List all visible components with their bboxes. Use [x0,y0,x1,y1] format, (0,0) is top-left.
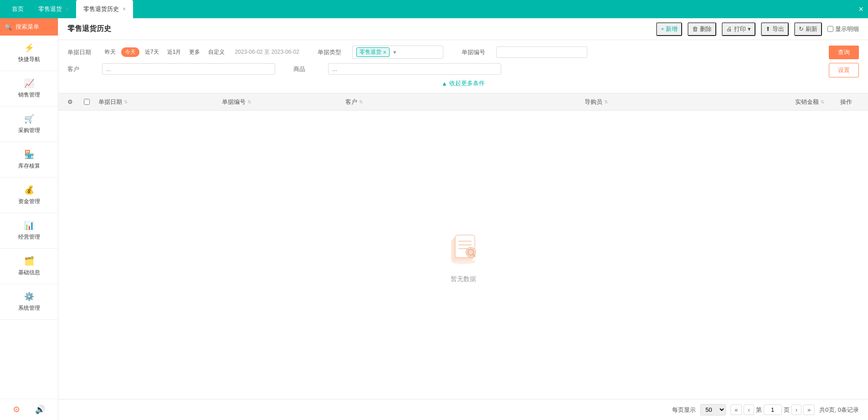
date-btn-yesterday[interactable]: 昨天 [102,47,118,57]
search-icon: 🔍 [5,24,12,31]
volume-icon[interactable]: 🔊 [35,405,45,415]
refresh-label: 刷新 [806,25,817,33]
show-detail-label: 显示明细 [835,25,859,33]
print-label: 打印 [734,25,746,33]
th-guide-sort-icon: ⇅ [604,100,608,104]
date-options: 昨天 今天 近7天 近1月 更多 自定义 [102,47,227,57]
table-body: 暂无数据 [58,111,868,399]
tab-retail-return-history-close[interactable]: × [123,6,126,12]
date-btn-7days[interactable]: 近7天 [142,47,162,57]
export-button[interactable]: ⬆ 导出 [761,22,789,36]
sidebar-bottom: ⚙ 🔊 [0,399,58,420]
settings-icon[interactable]: ⚙ [13,405,20,415]
type-filter-label: 单据类型 [318,48,345,56]
select-all-checkbox[interactable] [84,99,90,105]
th-customer[interactable]: 客户 ⇅ [342,98,581,106]
last-page-button[interactable]: » [803,405,815,415]
print-dropdown-icon: ▾ [748,26,751,32]
print-button[interactable]: 🖨 打印 ▾ [722,22,755,36]
sidebar-item-quick-nav[interactable]: ⚡ 快捷导航 [0,36,58,71]
goods-filter-input[interactable] [328,63,501,75]
first-page-button[interactable]: « [730,405,742,415]
window-close-icon[interactable]: × [858,5,863,14]
sidebar: 🔍 搜索菜单 ⚡ 快捷导航 📈 销售管理 🛒 采购管理 🏪 库存核算 💰 资金管… [0,18,58,420]
tab-retail-return-close[interactable]: × [66,6,69,12]
th-amount[interactable]: 实销金额 ⇅ [704,98,828,106]
next-page-button[interactable]: › [791,405,801,415]
th-date[interactable]: 单据日期 ⇅ [95,98,218,106]
type-tag-remove[interactable]: × [383,49,386,56]
th-date-label: 单据日期 [98,98,122,106]
print-icon: 🖨 [726,26,732,32]
th-checkbox[interactable] [78,99,95,105]
sidebar-item-basic-info[interactable]: 🗂️ 基础信息 [0,249,58,284]
new-button[interactable]: + 新增 [656,22,682,36]
date-btn-more[interactable]: 更多 [186,47,203,57]
collapse-button[interactable]: ▲ 收起更多条件 [442,79,485,87]
th-number-label: 单据编号 [222,98,246,106]
type-dropdown-arrow: ▾ [393,49,396,56]
table-header: ⚙ 单据日期 ⇅ 单据编号 ⇅ 客户 ⇅ 导购员 ⇅ [58,93,868,111]
date-filter-label: 单据日期 [67,48,95,56]
date-btn-today[interactable]: 今天 [121,47,139,57]
system-mgmt-icon: ⚙️ [24,292,34,302]
th-guide[interactable]: 导购员 ⇅ [581,98,704,106]
type-tag-label: 零售退货 [360,48,381,56]
th-amount-sort-icon: ⇅ [821,100,824,104]
page-size-select[interactable]: 20 50 100 [700,404,726,415]
tab-retail-return-history-label: 零售退货历史 [83,5,119,13]
page-label-prefix: 第 [756,406,762,414]
settings-button[interactable]: 设置 [829,63,859,77]
tab-list: 首页 零售退货 × 零售退货历史 × [5,0,858,18]
sidebar-search[interactable]: 🔍 搜索菜单 [0,18,58,36]
number-filter-input[interactable] [496,46,587,58]
query-button[interactable]: 查询 [829,46,859,59]
filter-area: 单据日期 昨天 今天 近7天 近1月 更多 自定义 2023-06-02 至 2… [58,40,868,93]
sidebar-item-sales-mgmt-label: 销售管理 [18,91,40,99]
sidebar-item-fund-mgmt[interactable]: 💰 资金管理 [0,178,58,213]
page-header: 零售退货历史 + 新增 🗑 删除 🖨 打印 ▾ ⬆ 导出 ↻ 刷新 [58,18,868,40]
tab-retail-return-history[interactable]: 零售退货历史 × [76,0,133,18]
sidebar-item-fund-mgmt-label: 资金管理 [18,198,40,205]
empty-icon [443,227,484,268]
sidebar-item-purchase-mgmt-label: 采购管理 [18,127,40,134]
th-settings[interactable]: ⚙ [62,98,78,105]
refresh-button[interactable]: ↻ 刷新 [794,22,822,36]
th-amount-label: 实销金额 [795,98,819,106]
page-number-input[interactable] [764,405,782,415]
content-area: 零售退货历史 + 新增 🗑 删除 🖨 打印 ▾ ⬆ 导出 ↻ 刷新 [58,18,868,420]
customer-filter-input[interactable] [102,63,275,75]
page-label-suffix: 页 [784,406,790,414]
sidebar-item-system-mgmt-label: 系统管理 [18,304,40,312]
page-size-label: 每页显示 [672,406,696,414]
sidebar-item-purchase-mgmt[interactable]: 🛒 采购管理 [0,107,58,142]
tab-home[interactable]: 首页 [5,0,31,18]
th-customer-label: 客户 [345,98,357,106]
th-ops: 操作 [828,98,864,106]
table-area: ⚙ 单据日期 ⇅ 单据编号 ⇅ 客户 ⇅ 导购员 ⇅ [58,93,868,399]
sidebar-item-sales-mgmt[interactable]: 📈 销售管理 [0,71,58,107]
th-number-sort-icon: ⇅ [247,100,251,104]
export-icon: ⬆ [765,26,770,32]
sidebar-item-system-mgmt[interactable]: ⚙️ 系统管理 [0,284,58,320]
sales-mgmt-icon: 📈 [24,78,34,88]
show-detail-checkbox[interactable] [827,26,833,32]
purchase-mgmt-icon: 🛒 [24,114,34,124]
sidebar-item-inventory[interactable]: 🏪 库存核算 [0,142,58,178]
type-filter-wrap[interactable]: 零售退货 × ▾ [352,46,443,59]
sidebar-item-basic-info-label: 基础信息 [18,269,40,277]
sidebar-item-business-mgmt[interactable]: 📊 经营管理 [0,213,58,249]
pagination-bar: 每页显示 20 50 100 « ‹ 第 页 › » 共0页, 0条记录 [58,399,868,420]
number-filter-label: 单据编号 [462,48,489,56]
page-nav: « ‹ 第 页 › » [730,405,815,415]
th-number[interactable]: 单据编号 ⇅ [218,98,342,106]
tab-retail-return-label: 零售退货 [38,5,62,13]
show-detail-wrap: 显示明细 [827,25,859,33]
tab-retail-return[interactable]: 零售退货 × [31,0,76,18]
date-btn-1month[interactable]: 近1月 [164,47,184,57]
filter-main: 单据日期 昨天 今天 近7天 近1月 更多 自定义 2023-06-02 至 2… [67,46,859,77]
delete-button[interactable]: 🗑 删除 [688,22,716,36]
filter-left: 单据日期 昨天 今天 近7天 近1月 更多 自定义 2023-06-02 至 2… [67,46,822,77]
prev-page-button[interactable]: ‹ [744,405,754,415]
date-btn-custom[interactable]: 自定义 [205,47,227,57]
